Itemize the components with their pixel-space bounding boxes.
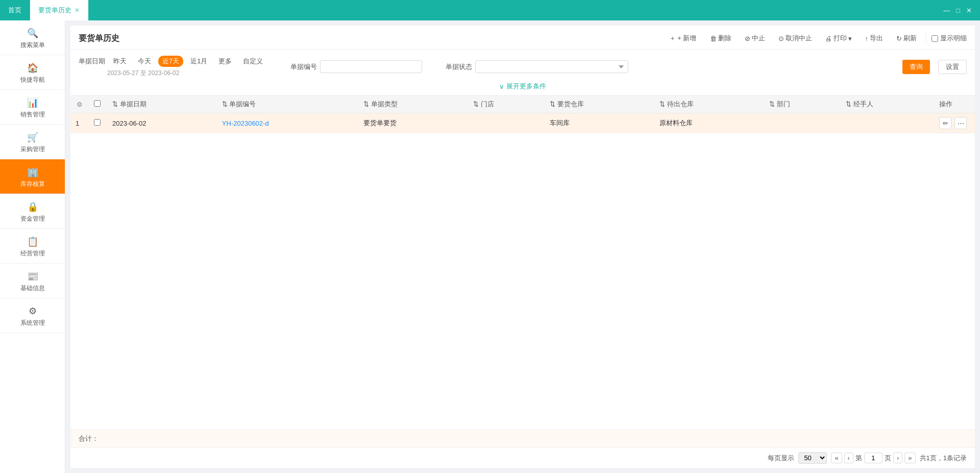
ops-mgmt-icon: 📋 (27, 236, 38, 247)
cancel-stop-icon: ⊙ (778, 35, 784, 42)
window-close[interactable]: ✕ (966, 7, 972, 14)
search-menu-icon: 🔍 (27, 28, 38, 39)
page-prev-button[interactable]: ‹ (844, 453, 853, 463)
filter-row-1: 单据日期 昨天 今天 近7天 近1月 更多 自定义 2023-05-27 至 2… (79, 56, 967, 78)
window-maximize[interactable]: □ (956, 7, 960, 14)
tab-home[interactable]: 首页 (0, 0, 30, 20)
cell-date: 2023-06-02 (107, 113, 217, 133)
toolbar-divider (926, 33, 926, 43)
delete-icon: 🗑 (710, 35, 717, 42)
order-no-filter: 单据编号 (290, 60, 422, 73)
sidebar-item-ops-mgmt-label: 经营管理 (20, 249, 45, 258)
sidebar-item-quick-nav[interactable]: 🏠 快捷导航 (0, 55, 65, 90)
sidebar-item-basic-info-label: 基础信息 (20, 284, 45, 293)
sidebar-item-finance-mgmt[interactable]: 🔒 资金管理 (0, 194, 65, 229)
sidebar-item-ops-mgmt[interactable]: 📋 经营管理 (0, 229, 65, 264)
col-store[interactable]: ⇅ 门店 (468, 96, 545, 113)
col-order-no-label: ⇅ 单据编号 (222, 100, 256, 108)
top-bar: 首页 要货单历史 ✕ — □ ✕ (0, 0, 980, 20)
col-req-warehouse[interactable]: ⇅ 要货仓库 (545, 96, 654, 113)
date-btn-custom[interactable]: 自定义 (239, 56, 267, 67)
expand-more-btn[interactable]: ∨ 展开更多条件 (499, 82, 546, 91)
cell-checkbox (89, 113, 107, 133)
stop-button[interactable]: ⊘ 中止 (741, 32, 769, 45)
expand-more-label: 展开更多条件 (506, 82, 546, 91)
col-date-label: ⇅ 单据日期 (112, 100, 146, 108)
page-header: 要货单历史 ＋ + 新增 🗑 删除 ⊘ 中止 ⊙ (70, 26, 975, 50)
cell-handler (841, 113, 934, 133)
refresh-icon: ↻ (896, 35, 902, 42)
date-filter-group: 单据日期 昨天 今天 近7天 近1月 更多 自定义 2023-05-27 至 2… (79, 56, 267, 78)
cancel-stop-button[interactable]: ⊙ 取消中止 (774, 32, 816, 45)
pagination-info: 共1页，1条记录 (920, 454, 967, 463)
display-detail-toggle[interactable]: 显示明细 (932, 34, 967, 43)
date-btn-today[interactable]: 今天 (134, 56, 155, 67)
tab-bar: 首页 要货单历史 ✕ (0, 0, 88, 20)
page-number-input[interactable] (864, 453, 883, 463)
date-btn-7days[interactable]: 近7天 (158, 56, 183, 67)
sidebar-item-inventory[interactable]: 🏢 库存核算 (0, 159, 65, 194)
cell-department (764, 113, 841, 133)
date-btn-yesterday[interactable]: 昨天 (109, 56, 131, 67)
date-btn-more[interactable]: 更多 (214, 56, 236, 67)
cell-req-warehouse: 车间库 (545, 113, 654, 133)
order-no-link[interactable]: YH-20230602-d (222, 120, 269, 127)
tab-order-history-close[interactable]: ✕ (75, 7, 80, 14)
tab-order-history[interactable]: 要货单历史 ✕ (30, 0, 88, 20)
print-button[interactable]: 🖨 打印 ▾ (821, 32, 856, 45)
sidebar-item-inventory-label: 库存核算 (20, 180, 45, 188)
print-dropdown-icon: ▾ (848, 35, 852, 42)
settings-button[interactable]: 设置 (938, 60, 967, 74)
query-button[interactable]: 查询 (902, 60, 930, 74)
sidebar-item-sys-mgmt[interactable]: ⚙ 系统管理 (0, 298, 65, 333)
col-pending-warehouse[interactable]: ⇅ 待出仓库 (654, 96, 764, 113)
sidebar-item-basic-info[interactable]: 📰 基础信息 (0, 264, 65, 298)
footer-total-label: 合计： (79, 434, 99, 443)
row-actions: ✏ ⋯ (939, 117, 970, 129)
status-select[interactable] (475, 60, 628, 73)
sidebar-item-sales-mgmt[interactable]: 📊 销售管理 (0, 90, 65, 125)
col-handler[interactable]: ⇅ 经手人 (841, 96, 934, 113)
table-footer: 合计： (70, 430, 975, 447)
per-page-select[interactable]: 20 50 100 (798, 452, 827, 464)
stop-label: 中止 (752, 34, 765, 43)
window-controls: — □ ✕ (943, 7, 980, 14)
order-no-label: 单据编号 (290, 62, 317, 72)
select-all-checkbox[interactable] (94, 100, 101, 107)
page-title: 要货单历史 (79, 33, 665, 44)
row-more-button[interactable]: ⋯ (954, 117, 967, 129)
page-suffix: 页 (885, 454, 891, 463)
col-department[interactable]: ⇅ 部门 (764, 96, 841, 113)
sidebar-item-search-menu[interactable]: 🔍 搜索菜单 (0, 20, 65, 55)
delete-button[interactable]: 🗑 删除 (706, 32, 736, 45)
row-edit-button[interactable]: ✏ (939, 117, 951, 129)
col-order-no[interactable]: ⇅ 单据编号 (217, 96, 358, 113)
page-next-button[interactable]: › (893, 453, 902, 463)
chevron-down-icon: ∨ (499, 83, 504, 90)
display-detail-checkbox[interactable] (932, 35, 938, 42)
table-container: ⚙ ⇅ 单据日期 ⇅ 单据编号 ⇅ 单据类型 (70, 96, 975, 430)
sidebar-item-search-menu-label: 搜索菜单 (20, 41, 45, 50)
date-btn-1month[interactable]: 近1月 (186, 56, 211, 67)
col-date[interactable]: ⇅ 单据日期 (107, 96, 217, 113)
cell-num: 1 (70, 113, 89, 133)
page-label: 第 (855, 454, 862, 463)
col-order-type[interactable]: ⇅ 单据类型 (358, 96, 468, 113)
cell-order-type: 要货单要货 (358, 113, 468, 133)
stop-icon: ⊘ (745, 35, 750, 42)
page-first-button[interactable]: « (831, 453, 842, 463)
page-last-button[interactable]: » (904, 453, 915, 463)
date-quick-options: 昨天 今天 近7天 近1月 更多 自定义 (109, 56, 267, 67)
tab-order-history-label: 要货单历史 (38, 6, 71, 15)
print-icon: 🖨 (825, 35, 832, 42)
export-button[interactable]: ↑ 导出 (861, 32, 888, 45)
sidebar-item-quick-nav-label: 快捷导航 (20, 76, 45, 84)
table-row: 1 2023-06-02 YH-20230602-d 要货单要货 车间库 (70, 113, 975, 133)
quick-nav-icon: 🏠 (27, 62, 38, 74)
order-no-input[interactable] (320, 60, 422, 73)
row-checkbox[interactable] (94, 119, 101, 126)
add-button[interactable]: ＋ + 新增 (665, 32, 700, 45)
refresh-button[interactable]: ↻ 刷新 (892, 32, 921, 45)
sidebar-item-purchase-mgmt[interactable]: 🛒 采购管理 (0, 125, 65, 159)
window-minimize[interactable]: — (943, 7, 950, 14)
